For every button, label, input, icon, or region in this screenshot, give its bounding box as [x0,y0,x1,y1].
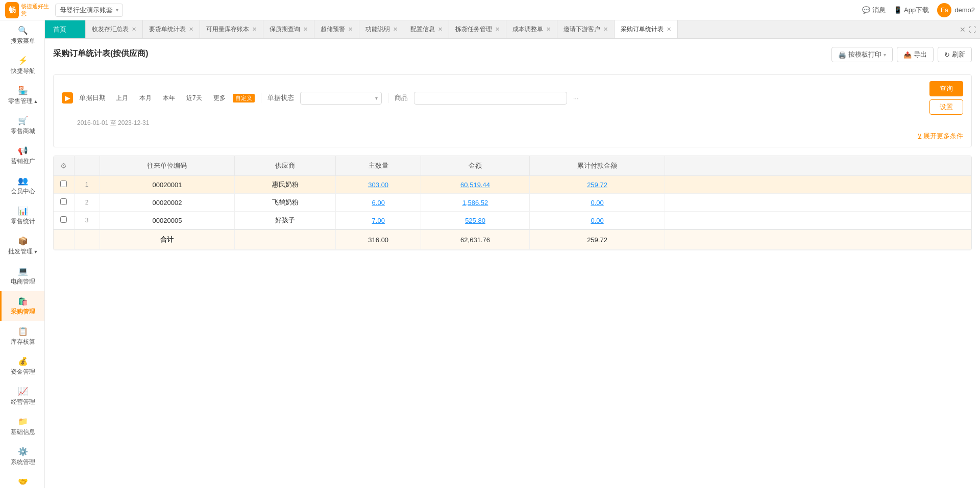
print-button[interactable]: 🖨️ 按模板打印 ▾ [831,47,893,62]
tab-close-icon[interactable]: ✕ [667,26,671,33]
stats-icon: 📊 [2,206,44,216]
table-row[interactable]: 2 00020002 飞鹤奶粉 6.00 1,586.52 0.00 [54,194,971,212]
tab-close-icon[interactable]: ✕ [393,26,398,33]
refresh-icon: ↻ [944,51,950,59]
date-7days-btn[interactable]: 近7天 [182,93,206,104]
tab-shoufayuiji[interactable]: 收发存汇总表 ✕ [86,20,143,39]
tab-close-icon[interactable]: ✕ [603,26,608,33]
workspace-selector[interactable]: 母婴行业演示账套 ▾ [55,4,123,17]
supplier: 好孩子 [235,212,336,230]
tab-close-icon[interactable]: ✕ [546,26,551,33]
sidebar-item-operations[interactable]: 📈 经营管理 [0,381,44,412]
date-more-btn[interactable]: 更多 [209,93,230,104]
sidebar-item-inventory[interactable]: 📋 库存核算 [0,321,44,351]
sidebar-item-retail-store[interactable]: 🛒 零售商城 [0,111,44,141]
quantity[interactable]: 303.00 [336,176,421,194]
column-empty [665,156,971,176]
sidebar-item-shortcut[interactable]: ⚡ 快捷导航 [0,50,44,81]
user-profile[interactable]: Ea demo2 [937,3,975,17]
app-download-button[interactable]: 📱 App下载 [894,6,929,15]
sidebar-item-ecommerce[interactable]: 💻 电商管理 [0,261,44,291]
tab-close-icon[interactable]: ✕ [438,26,443,33]
quantity[interactable]: 6.00 [336,194,421,212]
sidebar-item-retail[interactable]: 🏪 零售管理 ▲ [0,81,44,111]
sidebar-item-finance[interactable]: 💰 资金管理 [0,351,44,381]
table-row[interactable]: 1 00020001 惠氏奶粉 303.00 60,519.44 259.72 [54,176,971,194]
tab-close-icon[interactable]: ✕ [348,26,353,33]
tab-yaohuo[interactable]: 要货单统计表 ✕ [143,20,200,39]
row-checkbox[interactable] [54,194,74,212]
tab-peizhixinxi[interactable]: 配置信息 ✕ [404,20,449,39]
close-tab-icon[interactable]: ✕ [960,25,966,34]
goods-filter-label: 商品 [395,93,408,102]
filter-settings-button[interactable]: 设置 [929,99,963,115]
unit-code: 00020001 [100,176,235,194]
tab-chenben[interactable]: 成本调整单 ✕ [506,20,557,39]
expand-filter-button[interactable]: ⊻ 展开更多条件 [917,132,963,141]
paid-amount[interactable]: 0.00 [530,194,665,212]
footer-amount: 62,631.76 [421,229,530,250]
sidebar-item-member[interactable]: 👥 会员中心 [0,171,44,201]
sidebar-item-retail-stats[interactable]: 📊 零售统计 [0,201,44,231]
tab-bar: 首页 收发存汇总表 ✕ 要货单统计表 ✕ 可用量库存账本 ✕ 保质期查询 ✕ [45,20,980,39]
tab-chaochu[interactable]: 超储预警 ✕ [314,20,359,39]
amount[interactable]: 1,586.52 [421,194,530,212]
refresh-button[interactable]: ↻ 刷新 [938,47,972,62]
message-button[interactable]: 💬 消息 [862,6,886,15]
unit-code: 00020002 [100,194,235,212]
column-settings[interactable]: ⚙ [54,156,74,176]
date-this-month-btn[interactable]: 本月 [135,93,156,104]
expand-icon: ⊻ [917,133,922,140]
sidebar-item-search[interactable]: 🔍 搜索菜单 [0,20,44,50]
column-row-num [74,156,100,176]
date-this-year-btn[interactable]: 本年 [159,93,179,104]
status-filter-label: 单据状态 [267,93,294,102]
tab-label: 超储预警 [321,25,345,34]
filter-toggle-button[interactable]: ▶ [62,92,73,104]
table-row[interactable]: 3 00020005 好孩子 7.00 525.80 0.00 [54,212,971,230]
status-select[interactable] [300,92,382,105]
sidebar-item-enterprise[interactable]: 🤝 企业协同 [0,472,44,488]
amount[interactable]: 60,519.44 [421,176,530,194]
paid-amount[interactable]: 0.00 [530,212,665,230]
restore-tab-icon[interactable]: ⛶ [969,25,976,34]
tab-yaoqing[interactable]: 邀请下游客户 ✕ [557,20,615,39]
quantity[interactable]: 7.00 [336,212,421,230]
sidebar-item-label: 经营管理 [2,398,44,406]
supplier: 飞鹤奶粉 [235,194,336,212]
tab-label: 功能说明 [365,25,390,34]
goods-input-more-icon[interactable]: ··· [573,94,579,102]
footer-empty2 [74,229,100,250]
tab-home[interactable]: 首页 [45,20,86,39]
print-dropdown-icon[interactable]: ▾ [884,52,886,58]
logo: 畅 畅捷通好生意 [5,2,50,18]
tab-peihuorenwu[interactable]: 拣货任务管理 ✕ [449,20,506,39]
export-button[interactable]: 📤 导出 [897,47,934,62]
sidebar-item-marketing[interactable]: 📢 营销推广 [0,141,44,171]
sidebar-item-sys-mgmt[interactable]: ⚙️ 系统管理 [0,442,44,472]
sidebar-item-basic-info[interactable]: 📁 基础信息 [0,412,44,442]
tab-close-icon[interactable]: ✕ [303,26,308,33]
row-checkbox[interactable] [54,176,74,194]
goods-input[interactable] [414,92,567,105]
tab-close-icon[interactable]: ✕ [132,26,136,33]
sidebar-item-purchase[interactable]: 🛍️ 采购管理 [0,291,44,321]
query-button[interactable]: 查询 [929,81,963,96]
tab-caigou-tongji[interactable]: 采购订单统计表 ✕ [615,20,678,39]
date-last-month-btn[interactable]: 上月 [112,93,132,104]
tab-baozhiqi[interactable]: 保质期查询 ✕ [263,20,314,39]
tab-gongneng[interactable]: 功能说明 ✕ [359,20,404,39]
amount[interactable]: 525.80 [421,212,530,230]
sidebar-item-batch[interactable]: 📦 批发管理 ▼ [0,231,44,261]
tab-close-icon[interactable]: ✕ [252,26,257,33]
tab-keyongliang[interactable]: 可用量库存账本 ✕ [200,20,263,39]
sidebar-item-label: 资金管理 [2,368,44,376]
empty-col [665,176,971,194]
inventory-icon: 📋 [2,326,44,336]
tab-close-icon[interactable]: ✕ [189,26,193,33]
tab-close-icon[interactable]: ✕ [495,26,500,33]
gear-icon[interactable]: ⚙ [60,162,67,170]
sidebar: 🔍 搜索菜单 ⚡ 快捷导航 🏪 零售管理 ▲ 🛒 零售商城 📢 营销推广 [0,20,45,488]
paid-amount[interactable]: 259.72 [530,176,665,194]
row-checkbox[interactable] [54,212,74,230]
